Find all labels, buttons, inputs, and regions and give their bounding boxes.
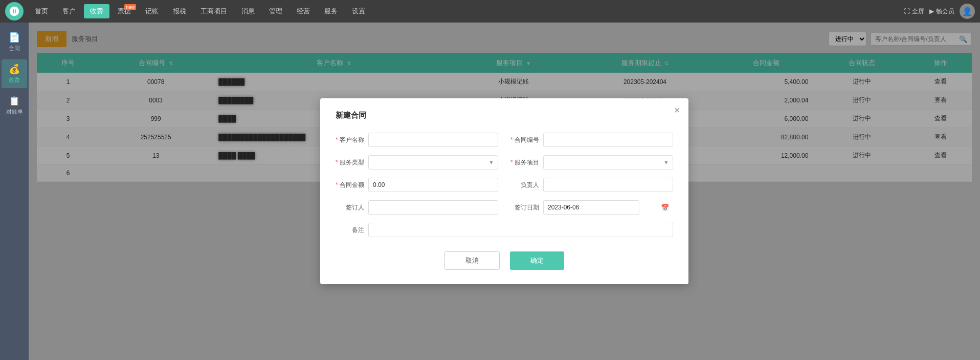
contract-no-label: 合同编号: [510, 136, 539, 144]
play-icon: ▶: [929, 8, 934, 15]
form-row-sign-date: 签订日期 📅: [510, 200, 673, 215]
remark-input[interactable]: [368, 223, 673, 237]
modal-create-contract: 新建合同 ✕ 客户名称 合同编号 服务类型: [320, 98, 688, 284]
form-row-contract-no: 合同编号: [510, 133, 673, 147]
main-layout: 📄 合同 💰 收费 📋 对账单 新增 服务项目 进行中 已完成 已终止: [0, 23, 980, 360]
sign-date-input[interactable]: [543, 200, 639, 215]
nav-tax[interactable]: 报税: [167, 4, 192, 18]
nav-settings[interactable]: 设置: [346, 4, 371, 18]
service-type-select-wrap: ▼: [368, 155, 498, 170]
nav-customer[interactable]: 客户: [56, 4, 82, 18]
nav-invoice[interactable]: 票据 new: [112, 4, 137, 18]
amount-input[interactable]: [368, 178, 498, 192]
sidebar-item-fee[interactable]: 💰 收费: [2, 59, 27, 88]
logo[interactable]: [5, 2, 24, 20]
customer-name-label: 客户名称: [336, 136, 364, 144]
new-badge: new: [124, 4, 136, 10]
sign-date-wrap: 📅: [543, 200, 673, 215]
sidebar-item-contract[interactable]: 📄 合同: [2, 28, 27, 56]
remark-label: 备注: [336, 226, 364, 235]
form-row-remark: 备注: [336, 223, 673, 237]
membership-button[interactable]: ▶ 畅会员: [929, 7, 954, 16]
fullscreen-icon: ⛶: [904, 8, 910, 15]
nav-message[interactable]: 消息: [235, 4, 261, 18]
modal-overlay: 新建合同 ✕ 客户名称 合同编号 服务类型: [29, 23, 980, 360]
responsible-label: 负责人: [510, 181, 539, 189]
form-row-service-type: 服务类型 ▼: [336, 155, 498, 170]
service-project-label: 服务项目: [510, 158, 539, 167]
fullscreen-button[interactable]: ⛶ 全屏: [904, 7, 924, 16]
amount-label: 合同金额: [336, 181, 364, 189]
modal-title: 新建合同: [336, 111, 673, 120]
fullscreen-label: 全屏: [912, 7, 924, 16]
nav-bookkeeping[interactable]: 记账: [139, 4, 165, 18]
customer-name-input[interactable]: [368, 133, 498, 147]
nav-right: ⛶ 全屏 ▶ 畅会员 👤: [904, 4, 975, 19]
confirm-button[interactable]: 确定: [510, 251, 564, 270]
service-project-select[interactable]: [543, 155, 673, 170]
contract-no-input[interactable]: [543, 133, 673, 147]
nav-items: 首页 客户 收费 票据 new 记账 报税 工商项目 消息 管理 经营 服务 设…: [29, 4, 904, 18]
service-type-label: 服务类型: [336, 158, 364, 167]
membership-label: 畅会员: [936, 7, 954, 16]
form-row-customer: 客户名称: [336, 133, 498, 147]
sidebar-item-statement[interactable]: 📋 对账单: [2, 91, 27, 120]
nav-manage[interactable]: 管理: [263, 4, 288, 18]
fee-icon: 💰: [9, 63, 20, 75]
top-nav: 首页 客户 收费 票据 new 记账 报税 工商项目 消息 管理 经营 服务 设…: [0, 0, 980, 23]
signer-label: 签订人: [336, 203, 364, 212]
sidebar-label-contract: 合同: [9, 45, 20, 52]
nav-home[interactable]: 首页: [29, 4, 54, 18]
modal-footer: 取消 确定: [336, 251, 673, 270]
form-row-responsible: 负责人: [510, 178, 673, 192]
sign-date-label: 签订日期: [510, 203, 539, 212]
form-row-amount: 合同金额: [336, 178, 498, 192]
sidebar-label-statement: 对账单: [6, 108, 23, 116]
signer-input[interactable]: [368, 200, 498, 215]
form-grid: 客户名称 合同编号 服务类型 ▼: [336, 133, 673, 237]
avatar[interactable]: 👤: [960, 4, 975, 19]
service-project-select-wrap: ▼: [543, 155, 673, 170]
modal-close-button[interactable]: ✕: [674, 105, 680, 115]
responsible-input[interactable]: [543, 178, 673, 192]
nav-operation[interactable]: 经营: [291, 4, 316, 18]
content-area: 新增 服务项目 进行中 已完成 已终止 🔍 序号 合同: [29, 23, 980, 360]
cancel-button[interactable]: 取消: [444, 251, 500, 270]
nav-fee[interactable]: 收费: [84, 4, 109, 18]
form-row-signer: 签订人: [336, 200, 498, 215]
sidebar-label-fee: 收费: [9, 76, 20, 84]
form-row-service-project: 服务项目 ▼: [510, 155, 673, 170]
contract-icon: 📄: [9, 32, 20, 43]
calendar-icon: 📅: [661, 204, 669, 211]
nav-service[interactable]: 服务: [318, 4, 344, 18]
statement-icon: 📋: [9, 95, 20, 107]
sidebar: 📄 合同 💰 收费 📋 对账单: [0, 23, 29, 360]
nav-business[interactable]: 工商项目: [194, 4, 233, 18]
service-type-select[interactable]: [368, 155, 498, 170]
